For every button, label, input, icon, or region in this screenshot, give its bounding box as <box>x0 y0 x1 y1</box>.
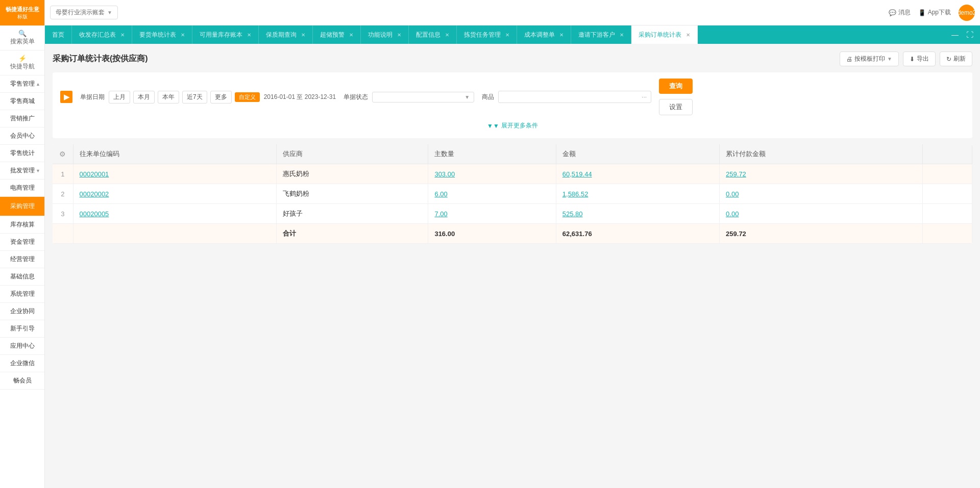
status-select[interactable]: ▼ <box>372 92 474 102</box>
filter-toggle-button[interactable]: ▶ <box>60 91 72 103</box>
row-1-paid: 259.72 <box>720 164 923 184</box>
col-supplier: 供应商 <box>276 144 428 164</box>
date-btn-this-year[interactable]: 本年 <box>158 91 179 104</box>
column-settings-icon[interactable]: ⚙ <box>59 150 66 158</box>
sidebar-item-inventory[interactable]: 库存核算 <box>0 216 44 234</box>
row-3-code-link[interactable]: 00020005 <box>80 210 109 218</box>
sidebar-item-basic[interactable]: 基础信息 <box>0 268 44 286</box>
row-2-paid: 0.00 <box>720 184 923 204</box>
sidebar: 畅捷通好生意标版 🔍 搜索英单 ⚡ 快捷导航 零售管理 零售商城 营销推广 会员… <box>0 0 45 488</box>
tab-close-purchase-stats[interactable]: ✕ <box>686 32 690 38</box>
tab-close-goods-stats[interactable]: ✕ <box>181 32 185 38</box>
message-button[interactable]: 💬 消息 <box>889 8 911 17</box>
logo: 畅捷通好生意标版 <box>0 0 44 25</box>
row-2-code-link[interactable]: 00020002 <box>80 190 109 198</box>
row-3-supplier: 好孩子 <box>276 204 428 224</box>
tab-close-func-desc[interactable]: ✕ <box>397 32 401 38</box>
tab-close-overstock-warn[interactable]: ✕ <box>349 32 353 38</box>
row-3-paid: 0.00 <box>720 204 923 224</box>
tab-close-shelf-life[interactable]: ✕ <box>301 32 305 38</box>
row-1-code-link[interactable]: 00020001 <box>80 170 109 178</box>
export-button[interactable]: ⬇ 导出 <box>903 52 936 66</box>
tab-close-pick-task[interactable]: ✕ <box>505 32 509 38</box>
date-btn-7days[interactable]: 近7天 <box>182 91 207 104</box>
footer-extra <box>923 224 972 244</box>
row-1-qty-link[interactable]: 303.00 <box>434 170 455 178</box>
expand-more-button[interactable]: ▼▼ 展开更多条件 <box>483 119 542 132</box>
sidebar-item-member[interactable]: 会员中心 <box>0 127 44 145</box>
breadcrumb-select[interactable]: 母婴行业演示账套 ▼ <box>50 6 118 19</box>
tab-maximize-button[interactable]: ⛶ <box>964 29 976 41</box>
date-btn-last-month[interactable]: 上月 <box>109 91 130 104</box>
sidebar-item-retail-mgmt[interactable]: 零售管理 <box>0 75 44 93</box>
settings-button[interactable]: 设置 <box>659 99 693 115</box>
tab-func-desc[interactable]: 功能说明 ✕ <box>361 25 409 44</box>
print-button[interactable]: 🖨 按模板打印 ▼ <box>840 52 899 66</box>
refresh-button[interactable]: ↻ 刷新 <box>940 52 972 66</box>
tab-overstock-warn[interactable]: 超储预警 ✕ <box>313 25 361 44</box>
tab-collect-send[interactable]: 收发存汇总表 ✕ <box>72 25 132 44</box>
goods-more-icon[interactable]: ··· <box>642 93 647 100</box>
sidebar-item-ecommerce[interactable]: 电商管理 <box>0 179 44 197</box>
sidebar-item-marketing[interactable]: 营销推广 <box>0 110 44 127</box>
tab-close-invite-downstream[interactable]: ✕ <box>620 32 624 38</box>
page-title: 采购订单统计表(按供应商) <box>53 54 148 64</box>
row-2-paid-link[interactable]: 0.00 <box>726 190 739 198</box>
row-2-amount: 1,586.52 <box>556 184 719 204</box>
sidebar-item-retail-stats[interactable]: 零售统计 <box>0 145 44 162</box>
page-header: 采购订单统计表(按供应商) 🖨 按模板打印 ▼ ⬇ 导出 ↻ 刷新 <box>53 52 972 66</box>
tab-close-config[interactable]: ✕ <box>445 32 449 38</box>
col-amount: 金额 <box>556 144 719 164</box>
sidebar-item-enterprise[interactable]: 企业协同 <box>0 303 44 320</box>
tab-close-available-stock[interactable]: ✕ <box>247 32 251 38</box>
date-btn-more[interactable]: 更多 <box>210 91 232 104</box>
row-3-paid-link[interactable]: 0.00 <box>726 210 739 218</box>
tab-available-stock[interactable]: 可用量库存账本 ✕ <box>192 25 259 44</box>
data-table: ⚙ 往来单位编码 供应商 主数量 金额 累计付款金额 1 00020001 惠氏… <box>53 144 972 244</box>
sidebar-item-wechat[interactable]: 企业微信 <box>0 355 44 372</box>
query-button[interactable]: 查询 <box>659 79 693 94</box>
sidebar-item-purchase[interactable]: 采购管理 <box>0 197 44 216</box>
goods-input[interactable]: ··· <box>498 91 651 103</box>
sidebar-item-capital[interactable]: 资金管理 <box>0 234 44 251</box>
sidebar-item-app-center[interactable]: 应用中心 <box>0 338 44 355</box>
app-icon: 📱 <box>918 9 926 16</box>
col-settings[interactable]: ⚙ <box>53 144 73 164</box>
tab-home[interactable]: 首页 <box>45 25 72 44</box>
sidebar-item-quick-nav[interactable]: ⚡ 快捷导航 <box>0 50 44 75</box>
tab-goods-stats[interactable]: 要货单统计表 ✕ <box>132 25 192 44</box>
sidebar-item-search[interactable]: 🔍 搜索英单 <box>0 25 44 50</box>
sidebar-item-system[interactable]: 系统管理 <box>0 286 44 303</box>
tab-shelf-life[interactable]: 保质期查询 ✕ <box>259 25 313 44</box>
table-footer: 合计 316.00 62,631.76 259.72 <box>53 224 972 244</box>
app-download-button[interactable]: 📱 App下载 <box>918 8 951 17</box>
tab-cost-adjust[interactable]: 成本调整单 ✕ <box>517 25 571 44</box>
tab-minimize-button[interactable]: — <box>949 29 961 41</box>
user-avatar[interactable]: demo2 <box>959 5 975 21</box>
tab-pick-task[interactable]: 拣货任务管理 ✕ <box>457 25 517 44</box>
date-btn-this-month[interactable]: 本月 <box>133 91 155 104</box>
row-1-paid-link[interactable]: 259.72 <box>726 170 746 178</box>
sidebar-item-newbie[interactable]: 新手引导 <box>0 320 44 338</box>
row-2-amount-link[interactable]: 1,586.52 <box>562 190 589 198</box>
tab-invite-downstream[interactable]: 邀请下游客户 ✕ <box>571 25 631 44</box>
print-arrow-icon: ▼ <box>887 56 892 62</box>
sidebar-item-operation[interactable]: 经营管理 <box>0 251 44 268</box>
row-2-qty: 6.00 <box>428 184 556 204</box>
row-2-supplier: 飞鹤奶粉 <box>276 184 428 204</box>
tab-close-cost-adjust[interactable]: ✕ <box>559 32 564 38</box>
row-3-qty-link[interactable]: 7.00 <box>434 210 447 218</box>
row-3-amount-link[interactable]: 525.80 <box>562 210 583 218</box>
sidebar-item-vip[interactable]: 畅会员 <box>0 372 44 390</box>
row-3-qty: 7.00 <box>428 204 556 224</box>
sidebar-item-wholesale[interactable]: 批发管理 <box>0 162 44 179</box>
col-qty: 主数量 <box>428 144 556 164</box>
date-custom-badge[interactable]: 自定义 <box>235 92 260 102</box>
row-2-qty-link[interactable]: 6.00 <box>434 190 447 198</box>
footer-empty <box>53 224 73 244</box>
tab-close-collect-send[interactable]: ✕ <box>120 32 125 38</box>
tab-config[interactable]: 配置信息 ✕ <box>409 25 457 44</box>
sidebar-item-retail-store[interactable]: 零售商城 <box>0 93 44 110</box>
tab-purchase-stats[interactable]: 采购订单统计表 ✕ <box>631 25 698 44</box>
row-1-amount-link[interactable]: 60,519.44 <box>562 170 592 178</box>
